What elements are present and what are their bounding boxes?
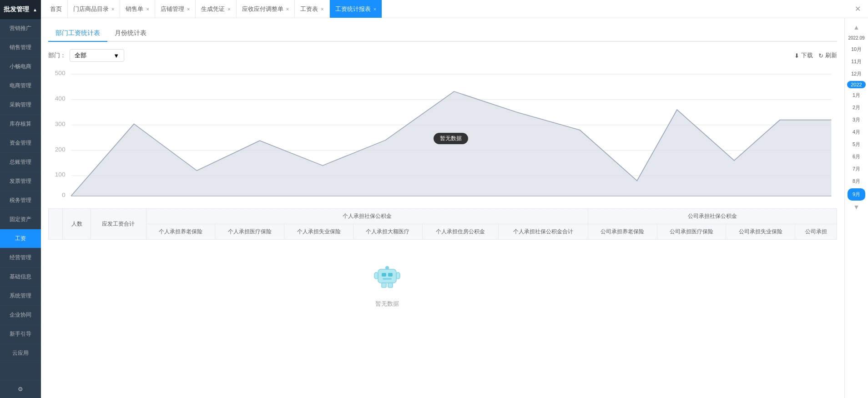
svg-rect-15 [388,273,393,277]
tab-close-店铺管理[interactable]: × [187,6,190,12]
tab-门店商品目录[interactable]: 门店商品目录× [68,0,120,18]
col-p-major-med: 个人承担大额医疗 [353,224,423,240]
timeline-7[interactable]: 7月 [845,163,868,175]
sidebar-item-工资[interactable]: 工资 [0,229,41,248]
tab-close-工资表[interactable]: × [321,6,323,12]
timeline-3[interactable]: 3月 [845,114,868,126]
tab-close-应收应付调整单[interactable]: × [286,6,289,12]
sidebar-item-企业协同[interactable]: 企业协同 [0,306,41,325]
svg-rect-13 [378,269,396,283]
timeline-2022-09[interactable]: 2022.09 [845,33,868,43]
tab-销售单[interactable]: 销售单× [120,0,155,18]
sidebar-item-经营管理[interactable]: 经营管理 [0,248,41,267]
col-personal-group: 个人承担社保公积金 [146,209,588,224]
col-count: 人数 [63,209,91,240]
sidebar-item-营销推广[interactable]: 营销推广 [0,19,41,38]
sidebar-item-发票管理[interactable]: 发票管理 [0,172,41,191]
col-total-wage: 应发工资合计 [91,209,146,240]
sidebar-header[interactable]: 批发管理 ▲ [0,0,41,19]
toolbar-left: 部门： 全部 ▼ [48,49,124,62]
col-dept [49,209,63,240]
tab-close-工资统计报表[interactable]: × [373,6,376,12]
timeline-up-arrow[interactable]: ▲ [852,22,862,33]
tab-生成凭证[interactable]: 生成凭证× [196,0,236,18]
sidebar-item-资金管理[interactable]: 资金管理 [0,134,41,153]
sidebar-item-云应用[interactable]: 云应用 [0,344,41,363]
timeline-year-2022[interactable]: 2022 [847,81,865,88]
svg-text:400: 400 [55,96,66,102]
main-area: 首页门店商品目录×销售单×店铺管理×生成凭证×应收应付调整单×工资表×工资统计报… [41,0,868,398]
col-p-unemploy: 个人承担失业保险 [284,224,353,240]
close-all-tabs-button[interactable]: ✕ [851,5,864,13]
col-c-other: 公司承担 [795,224,837,240]
sub-tab-month[interactable]: 月份统计表 [107,25,154,42]
sidebar-settings[interactable]: ⚙ [0,380,41,398]
table-container: 人数 应发工资合计 个人承担社保公积金 公司承担社保公积金 个人承担养老保险 个… [48,208,837,317]
sidebar-item-系统管理[interactable]: 系统管理 [0,287,41,306]
download-icon: ⬇ [794,52,799,59]
toolbar: 部门： 全部 ▼ ⬇ 下载 ↻ 刷新 [48,49,837,62]
tab-首页[interactable]: 首页 [45,0,68,18]
svg-rect-22 [388,283,393,287]
col-p-total: 个人承担社保公积金合计 [498,224,588,240]
sidebar-item-销售管理[interactable]: 销售管理 [0,38,41,57]
tab-bar: 首页门店商品目录×销售单×店铺管理×生成凭证×应收应付调整单×工资表×工资统计报… [41,0,868,18]
sidebar-item-小畅电商[interactable]: 小畅电商 [0,57,41,76]
col-company-group: 公司承担社保公积金 [588,209,837,224]
timeline-6[interactable]: 6月 [845,151,868,163]
sub-tab-dept[interactable]: 部门工资统计表 [48,25,107,42]
tab-close-门店商品目录[interactable]: × [111,6,114,12]
tab-close-生成凭证[interactable]: × [227,6,230,12]
toolbar-right: ⬇ 下载 ↻ 刷新 [794,51,837,60]
timeline-panel: ▲ 2022.09 10月 11月 12月 2022 1月 2月 3月 4月 5… [844,18,868,398]
col-p-medical: 个人承担医疗保险 [215,224,284,240]
sidebar-item-库存核算[interactable]: 库存核算 [0,115,41,134]
tab-工资表[interactable]: 工资表× [295,0,329,18]
timeline-2[interactable]: 2月 [845,101,868,114]
chart-svg: 500 400 300 200 100 0 [48,69,837,201]
tab-店铺管理[interactable]: 店铺管理× [155,0,196,18]
svg-rect-21 [382,283,386,287]
timeline-11[interactable]: 11月 [845,55,868,68]
timeline-5[interactable]: 5月 [845,138,868,151]
timeline-12[interactable]: 12月 [845,68,868,80]
svg-text:200: 200 [55,146,66,152]
refresh-icon: ↻ [818,52,823,59]
timeline-8[interactable]: 8月 [845,175,868,187]
timeline-10[interactable]: 10月 [845,43,868,55]
sidebar-item-基础信息[interactable]: 基础信息 [0,267,41,287]
timeline-9-active[interactable]: 9月 [848,188,865,201]
svg-marker-12 [71,91,831,196]
empty-icon [369,258,405,294]
timeline-down-arrow[interactable]: ▼ [852,202,862,212]
col-c-pension: 公司承担养老保险 [588,224,657,240]
sub-tabs: 部门工资统计表 月份统计表 [48,25,837,42]
sidebar-item-电商管理[interactable]: 电商管理 [0,76,41,96]
sidebar-collapse-icon: ▲ [33,7,37,12]
refresh-button[interactable]: ↻ 刷新 [818,51,837,60]
empty-state: 暂无数据 [49,240,726,317]
tab-close-销售单[interactable]: × [146,6,149,12]
sidebar-item-总账管理[interactable]: 总账管理 [0,153,41,172]
col-c-medical: 公司承担医疗保险 [657,224,726,240]
svg-rect-19 [374,272,378,279]
tab-工资统计报表[interactable]: 工资统计报表× [330,0,382,18]
content-area: 部门工资统计表 月份统计表 部门： 全部 ▼ ⬇ 下载 [41,18,868,398]
svg-text:0: 0 [62,192,66,198]
svg-rect-16 [383,278,392,280]
svg-text:500: 500 [55,70,66,76]
timeline-1[interactable]: 1月 [845,89,868,101]
timeline-4[interactable]: 4月 [845,126,868,138]
dept-dropdown-icon: ▼ [113,52,119,59]
dept-select[interactable]: 全部 ▼ [70,49,124,62]
sidebar: 批发管理 ▲ 营销推广销售管理小畅电商电商管理采购管理库存核算资金管理总账管理发… [0,0,41,398]
tab-应收应付调整单[interactable]: 应收应付调整单× [237,0,295,18]
sidebar-item-固定资产[interactable]: 固定资产 [0,210,41,229]
download-button[interactable]: ⬇ 下载 [794,51,813,60]
col-p-pension: 个人承担养老保险 [146,224,215,240]
sidebar-title: 批发管理 [4,5,29,14]
sidebar-item-新手引导[interactable]: 新手引导 [0,325,41,344]
sidebar-item-采购管理[interactable]: 采购管理 [0,96,41,115]
sidebar-item-税务管理[interactable]: 税务管理 [0,191,41,210]
col-p-housing: 个人承担住房公积金 [422,224,498,240]
